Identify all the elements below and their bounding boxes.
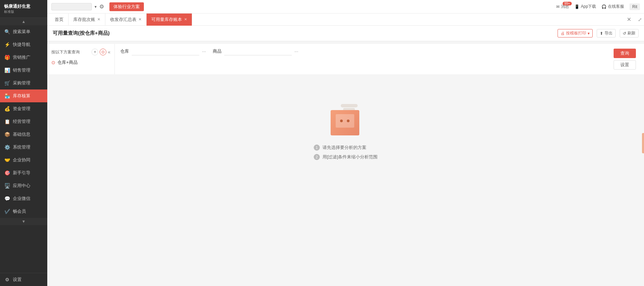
tabbar: 首页库存批次账✕收发存汇总表✕可用量库存账本✕ ✕ ⤢ (47, 14, 644, 26)
warehouse-more-icon[interactable]: ··· (202, 49, 206, 54)
sidebar-item-销售管理[interactable]: 📊销售管理 (0, 64, 47, 77)
empty-hint-2: 2 用[过滤]条件来缩小分析范围 (314, 154, 378, 160)
message-badge: 99+ (563, 2, 572, 5)
sidebar-icon-14: ✔️ (4, 209, 10, 214)
query-area: 按以下方案查询 + ⊙ « ⊙ 仓库+商品 仓库 ··· (47, 44, 644, 74)
tab-close-1[interactable]: ✕ (97, 17, 100, 22)
query-btn[interactable]: 查询 (614, 49, 636, 58)
topbar-gear-icon[interactable]: ⚙ (99, 3, 104, 10)
settings-icon: ⚙ (4, 277, 10, 282)
trial-btn[interactable]: 体验行业方案 (109, 2, 144, 11)
tab-label-0: 首页 (55, 17, 63, 23)
sidebar-icon-0: 🔍 (4, 29, 10, 34)
sidebar-item-库存核算[interactable]: 🏪库存核算 (0, 89, 47, 102)
tab-3[interactable]: 可用量库存账本✕ (147, 14, 192, 26)
scheme-label: 仓库+商品 (57, 59, 78, 66)
export-btn[interactable]: ⬆ 导出 (597, 29, 616, 37)
sidebar-icon-11: 🎯 (4, 170, 10, 176)
sidebar-item-应用中心[interactable]: 🖥️应用中心 (0, 179, 47, 192)
query-sidebar-label: 按以下方案查询 (51, 49, 80, 55)
product-input[interactable] (224, 47, 292, 55)
page-content: 可用量查询(按仓库+商品) 🖨 按模板打印 ▾ ⬆ 导出 ↺ 刷新 (47, 26, 644, 286)
expand-tabs-btn[interactable]: ⤢ (636, 17, 644, 22)
warehouse-field-group: 仓库 ··· (120, 47, 206, 55)
query-sidebar-actions: + ⊙ « (92, 49, 110, 55)
topbar: ▾ ⚙ 体验行业方案 ✉ 消息 99+ 📱 App下载 🎧 在线客服 Rit (47, 0, 644, 14)
sidebar-item-新手引导[interactable]: 🎯新手引导 (0, 166, 47, 179)
sidebar-item-搜索菜单[interactable]: 🔍搜索菜单 (0, 25, 47, 38)
sidebar-icon-4: 🛒 (4, 80, 10, 86)
sidebar: 畅康通好生意 标准版 ▲ 🔍搜索菜单⚡快捷导航🎁营销推广📊销售管理🛒采购管理🏪库… (0, 0, 47, 286)
sidebar-item-营销推广[interactable]: 🎁营销推广 (0, 51, 47, 64)
sidebar-icon-8: 📦 (4, 132, 10, 137)
sidebar-item-畅会员[interactable]: ✔️畅会员 (0, 205, 47, 218)
tab-0[interactable]: 首页 (50, 14, 69, 26)
avatar[interactable]: Rit (629, 3, 640, 10)
tab-label-1: 库存批次账 (73, 17, 95, 23)
tab-1[interactable]: 库存批次账✕ (69, 14, 105, 26)
page-header: 可用量查询(按仓库+商品) 🖨 按模板打印 ▾ ⬆ 导出 ↺ 刷新 (47, 26, 644, 41)
sidebar-item-采购管理[interactable]: 🛒采购管理 (0, 77, 47, 89)
sidebar-item-settings[interactable]: ⚙ 设置 (0, 273, 47, 286)
brand-tag: 标准版 (4, 9, 43, 14)
sidebar-icon-5: 🏪 (4, 93, 10, 99)
print-dropdown-icon: ▾ (588, 31, 590, 36)
sidebar-icon-10: 🤝 (4, 157, 10, 163)
sidebar-icon-2: 🎁 (4, 55, 10, 60)
tab-close-3[interactable]: ✕ (184, 17, 187, 22)
headset-icon: 🎧 (601, 4, 607, 9)
refresh-btn[interactable]: ↺ 刷新 (620, 29, 639, 37)
page-title: 可用量查询(按仓库+商品) (53, 30, 110, 36)
scroll-down[interactable]: ▼ (0, 218, 47, 225)
topbar-dropdown[interactable]: ▾ (95, 4, 97, 9)
tab-label-3: 可用量库存账本 (151, 17, 182, 23)
hint1-text: 请先选择要分析的方案 (323, 145, 366, 151)
sidebar-icon-1: ⚡ (4, 42, 10, 47)
hint2-text: 用[过滤]条件来缩小分析范围 (323, 154, 378, 160)
manage-scheme-btn[interactable]: ⊙ (100, 49, 106, 55)
export-icon: ⬆ (600, 31, 603, 36)
sidebar-item-快捷导航[interactable]: ⚡快捷导航 (0, 38, 47, 51)
sidebar-icon-13: 💬 (4, 196, 10, 201)
product-label: 商品 (213, 48, 222, 54)
right-scrollbar-hint (642, 133, 644, 153)
warehouse-input[interactable] (132, 47, 199, 55)
close-all-tabs-btn[interactable]: ✕ (625, 16, 633, 23)
online-service-btn[interactable]: 🎧 在线客服 (601, 4, 624, 9)
collapse-sidebar-icon[interactable]: « (108, 49, 110, 55)
product-field-group: 商品 ··· (213, 47, 299, 55)
sidebar-item-基础信息[interactable]: 📦基础信息 (0, 128, 47, 141)
query-sidebar: 按以下方案查询 + ⊙ « ⊙ 仓库+商品 (47, 44, 115, 74)
print-btn[interactable]: 🖨 按模板打印 ▾ (558, 29, 593, 37)
sidebar-icon-7: 📋 (4, 119, 10, 124)
scroll-up[interactable]: ▲ (0, 18, 47, 25)
message-btn[interactable]: ✉ 消息 99+ (556, 4, 569, 9)
phone-icon: 📱 (574, 4, 579, 9)
product-more-icon[interactable]: ··· (294, 49, 299, 54)
sidebar-item-资金管理[interactable]: 💰资金管理 (0, 102, 47, 115)
warehouse-label: 仓库 (120, 48, 129, 54)
topbar-search-input[interactable] (51, 3, 92, 10)
online-service-label: 在线客服 (608, 4, 624, 9)
tab-close-2[interactable]: ✕ (138, 17, 141, 22)
query-sidebar-header: 按以下方案查询 + ⊙ « (47, 47, 114, 57)
app-download-btn[interactable]: 📱 App下载 (574, 4, 596, 9)
main-area: ▾ ⚙ 体验行业方案 ✉ 消息 99+ 📱 App下载 🎧 在线客服 Rit 首… (47, 0, 644, 286)
sidebar-item-经营管理[interactable]: 📋经营管理 (0, 115, 47, 128)
scheme-item[interactable]: ⊙ 仓库+商品 (47, 57, 114, 68)
empty-illustration (326, 104, 366, 138)
sidebar-item-系统管理[interactable]: ⚙️系统管理 (0, 141, 47, 154)
add-scheme-btn[interactable]: + (92, 49, 98, 55)
app-download-label: App下载 (581, 4, 596, 9)
scheme-icon: ⊙ (51, 60, 55, 65)
tab-2[interactable]: 收发存汇总表✕ (105, 14, 147, 26)
sidebar-icon-3: 📊 (4, 68, 10, 73)
refresh-icon: ↺ (623, 31, 626, 36)
print-label: 按模板打印 (566, 30, 586, 36)
message-icon: ✉ (556, 4, 560, 9)
sidebar-item-企业微信[interactable]: 💬企业微信 (0, 192, 47, 205)
settings-btn[interactable]: 设置 (614, 60, 636, 70)
refresh-label: 刷新 (627, 30, 636, 36)
sidebar-item-企业协同[interactable]: 🤝企业协同 (0, 154, 47, 166)
page-header-actions: 🖨 按模板打印 ▾ ⬆ 导出 ↺ 刷新 (558, 29, 639, 37)
